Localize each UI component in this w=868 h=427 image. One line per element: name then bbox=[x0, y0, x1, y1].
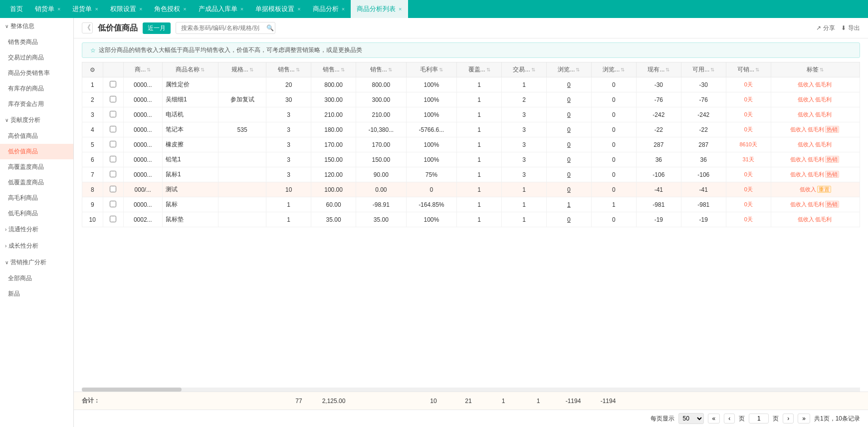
row-select-checkbox[interactable] bbox=[110, 111, 116, 117]
share-button[interactable]: ↗ 分享 bbox=[816, 24, 835, 32]
col-header-name[interactable]: 商品名称⇅ bbox=[162, 62, 218, 77]
row-checkbox[interactable] bbox=[103, 122, 123, 137]
col-header-sale_amount[interactable]: 销售...⇅ bbox=[356, 62, 406, 77]
nav-close-icon[interactable]: × bbox=[139, 6, 142, 12]
sidebar-section-成长性分析[interactable]: ›成长性分析 bbox=[0, 238, 73, 254]
col-header-current_stock[interactable]: 现有...⇅ bbox=[636, 62, 681, 77]
sidebar-item-库存资金占用[interactable]: 库存资金占用 bbox=[0, 96, 73, 112]
sidebar-item-销售类商品[interactable]: 销售类商品 bbox=[0, 34, 73, 50]
row-select-checkbox[interactable] bbox=[110, 126, 116, 132]
col-header-code[interactable]: 商...⇅ bbox=[123, 62, 162, 77]
nav-item-销货单[interactable]: 销货单× bbox=[29, 0, 66, 18]
row-checkbox[interactable] bbox=[103, 167, 123, 182]
row-select-checkbox[interactable] bbox=[110, 81, 116, 87]
next-page-button[interactable]: › bbox=[783, 414, 794, 424]
table-wrapper[interactable]: ⚙商...⇅商品名称⇅规格...⇅销售...⇅销售...⇅销售...⇅毛利率⇅覆… bbox=[74, 62, 868, 388]
page-size-select[interactable]: 50 100 200 bbox=[678, 413, 704, 424]
row-view1[interactable]: 0 bbox=[546, 137, 591, 152]
sidebar-section-营销推广分析[interactable]: ∨营销推广分析 bbox=[0, 254, 73, 271]
nav-close-icon[interactable]: × bbox=[95, 6, 98, 12]
row-checkbox[interactable] bbox=[103, 152, 123, 167]
sidebar-section-整体信息[interactable]: ∨整体信息 bbox=[0, 18, 73, 34]
sidebar-item-交易过的商品[interactable]: 交易过的商品 bbox=[0, 50, 73, 65]
row-view1[interactable]: 0 bbox=[546, 152, 591, 167]
sidebar-section-贡献度分析[interactable]: ∨贡献度分析 bbox=[0, 112, 73, 128]
row-view1[interactable]: 0 bbox=[546, 212, 591, 227]
nav-item-单据模板设置[interactable]: 单据模板设置× bbox=[249, 0, 306, 18]
search-input[interactable] bbox=[176, 22, 275, 34]
row-checkbox[interactable] bbox=[103, 137, 123, 152]
row-checkbox[interactable] bbox=[103, 92, 123, 107]
nav-item-商品分析[interactable]: 商品分析× bbox=[307, 0, 351, 18]
col-header-profit_rate[interactable]: 毛利率⇅ bbox=[406, 62, 457, 77]
search-icon[interactable]: 🔍 bbox=[266, 24, 274, 31]
row-select-checkbox[interactable] bbox=[110, 156, 116, 162]
nav-item-产成品入库单[interactable]: 产成品入库单× bbox=[193, 0, 249, 18]
row-checkbox[interactable] bbox=[103, 197, 123, 212]
col-header-trade[interactable]: 交易...⇅ bbox=[502, 62, 547, 77]
nav-item-商品分析列表[interactable]: 商品分析列表× bbox=[351, 0, 408, 18]
nav-close-icon[interactable]: × bbox=[240, 6, 243, 12]
row-tags: 低收入低毛利 bbox=[771, 137, 860, 152]
sidebar-item-新品[interactable]: 新品 bbox=[0, 286, 73, 302]
col-header-sellable[interactable]: 可销...⇅ bbox=[726, 62, 771, 77]
nav-item-角色授权[interactable]: 角色授权× bbox=[148, 0, 192, 18]
row-view1[interactable]: 1 bbox=[546, 197, 591, 212]
nav-close-icon[interactable]: × bbox=[342, 6, 345, 12]
row-checkbox[interactable] bbox=[103, 212, 123, 227]
sidebar-item-低价值商品[interactable]: 低价值商品 bbox=[0, 144, 73, 159]
nav-close-icon[interactable]: × bbox=[57, 6, 60, 12]
nav-item-进货单[interactable]: 进货单× bbox=[66, 0, 104, 18]
col-header-sale_qty[interactable]: 销售...⇅ bbox=[266, 62, 311, 77]
row-select-checkbox[interactable] bbox=[110, 216, 116, 222]
col-header-spec[interactable]: 规格...⇅ bbox=[218, 62, 266, 77]
row-view1[interactable]: 0 bbox=[546, 167, 591, 182]
row-select-checkbox[interactable] bbox=[110, 201, 116, 207]
collapse-sidebar-button[interactable]: 《 bbox=[82, 22, 93, 33]
sidebar-item-低覆盖度商品[interactable]: 低覆盖度商品 bbox=[0, 175, 73, 190]
sidebar-item-全部商品[interactable]: 全部商品 bbox=[0, 271, 73, 286]
row-checkbox[interactable] bbox=[103, 77, 123, 92]
sidebar-item-高覆盖度商品[interactable]: 高覆盖度商品 bbox=[0, 159, 73, 175]
sidebar-item-低毛利商品[interactable]: 低毛利商品 bbox=[0, 206, 73, 221]
horizontal-scrollbar[interactable] bbox=[82, 388, 860, 392]
row-view1[interactable]: 0 bbox=[546, 92, 591, 107]
row-select-checkbox[interactable] bbox=[110, 141, 116, 147]
row-select-checkbox[interactable] bbox=[110, 171, 116, 177]
prev-page-button[interactable]: ‹ bbox=[724, 414, 735, 424]
row-view1[interactable]: 0 bbox=[546, 77, 591, 92]
first-page-button[interactable]: « bbox=[708, 414, 720, 424]
row-checkbox[interactable] bbox=[103, 107, 123, 122]
sidebar-item-高价值商品[interactable]: 高价值商品 bbox=[0, 128, 73, 144]
col-header-available[interactable]: 可用...⇅ bbox=[681, 62, 726, 77]
col-header-coverage[interactable]: 覆盖...⇅ bbox=[457, 62, 502, 77]
sidebar-section-流通性分析[interactable]: ›流通性分析 bbox=[0, 221, 73, 238]
row-checkbox[interactable] bbox=[103, 182, 123, 197]
nav-item-权限设置[interactable]: 权限设置× bbox=[104, 0, 148, 18]
notice-bar: ☆ 这部分商品的销售收入大幅低于商品平均销售收入，价值不高，可考虑调整营销策略，… bbox=[82, 42, 860, 58]
nav-close-icon[interactable]: × bbox=[297, 6, 300, 12]
nav-item-首页[interactable]: 首页 bbox=[4, 0, 29, 18]
row-select-checkbox[interactable] bbox=[110, 96, 116, 102]
row-view1[interactable]: 0 bbox=[546, 182, 591, 197]
col-header-view2[interactable]: 浏览...⇅ bbox=[591, 62, 636, 77]
last-page-button[interactable]: » bbox=[798, 414, 810, 424]
sidebar-item-高毛利商品[interactable]: 高毛利商品 bbox=[0, 190, 73, 206]
nav-close-icon[interactable]: × bbox=[183, 6, 186, 12]
export-button[interactable]: ⬇ 导出 bbox=[841, 24, 860, 32]
sidebar-item-商品分类销售率[interactable]: 商品分类销售率 bbox=[0, 65, 73, 81]
col-header-tags[interactable]: 标签⇅ bbox=[771, 62, 860, 77]
time-filter-button[interactable]: 近一月 bbox=[143, 22, 171, 34]
page-number-input[interactable] bbox=[749, 414, 769, 424]
row-sale-qty: 1 bbox=[266, 197, 311, 212]
row-profit-rate: -5766.6... bbox=[406, 122, 457, 137]
col-header-view1[interactable]: 浏览...⇅ bbox=[546, 62, 591, 77]
row-select-checkbox[interactable] bbox=[110, 186, 116, 192]
row-view1[interactable]: 0 bbox=[546, 122, 591, 137]
col-header-sale_price[interactable]: 销售...⇅ bbox=[311, 62, 356, 77]
scrollbar-thumb[interactable] bbox=[82, 388, 182, 392]
sidebar-item-有库存的商品[interactable]: 有库存的商品 bbox=[0, 81, 73, 96]
row-trade: 3 bbox=[502, 137, 547, 152]
row-view1[interactable]: 0 bbox=[546, 107, 591, 122]
nav-close-icon[interactable]: × bbox=[399, 6, 402, 12]
